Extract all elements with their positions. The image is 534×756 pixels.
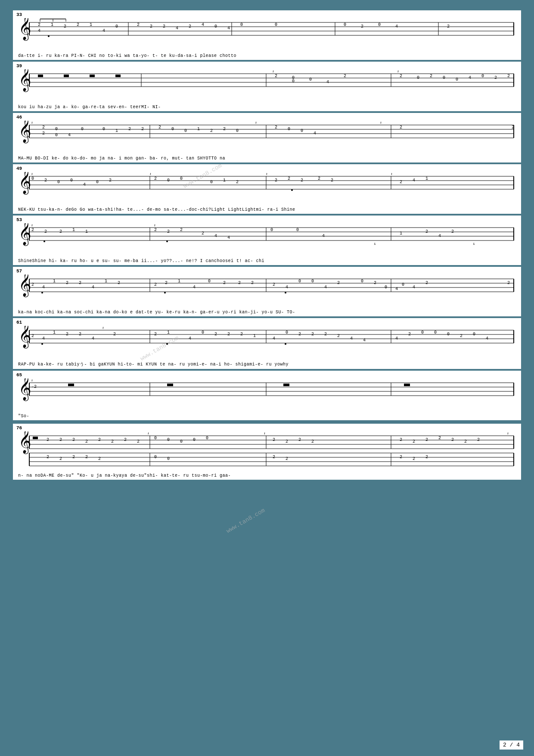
svg-text:2: 2 (236, 180, 239, 184)
svg-text:2: 2 (113, 332, 116, 337)
svg-text:2: 2 (47, 437, 49, 442)
svg-text:2: 2 (298, 332, 301, 337)
svg-text:2: 2 (158, 125, 161, 130)
svg-text:4: 4 (363, 338, 366, 343)
svg-text:2: 2 (413, 456, 415, 461)
svg-text:0: 0 (167, 178, 170, 183)
measure-number-76: 76 (16, 425, 518, 431)
svg-point-173 (166, 241, 168, 242)
svg-rect-50 (64, 75, 69, 77)
svg-text:1: 1 (167, 330, 170, 335)
svg-text:4: 4 (438, 234, 441, 238)
svg-text:0: 0 (70, 178, 73, 183)
measure-number-61: 61 (16, 320, 518, 325)
svg-text:2: 2 (154, 332, 157, 337)
svg-text:4: 4 (102, 28, 105, 33)
svg-text:0: 0 (344, 22, 346, 27)
svg-rect-279 (404, 384, 410, 386)
section-57: 57 𝄞 2 4 1 2 2 4 1 2 (13, 267, 521, 316)
svg-text:2: 2 (44, 229, 47, 234)
section-46: 46 𝄞 𝄽 2 0 2 0 4 0 (13, 113, 521, 162)
svg-rect-51 (90, 75, 95, 77)
svg-text:0: 0 (270, 228, 273, 232)
svg-text:1: 1 (178, 279, 180, 284)
svg-text:2: 2 (59, 229, 62, 234)
svg-text:2: 2 (451, 437, 454, 442)
svg-text:2: 2 (227, 332, 230, 337)
svg-text:4: 4 (324, 285, 327, 290)
svg-text:0: 0 (102, 127, 105, 131)
svg-text:𝄽: 𝄽 (507, 432, 509, 435)
svg-text:2: 2 (66, 332, 68, 337)
svg-text:2: 2 (111, 439, 114, 444)
svg-text:0: 0 (456, 77, 458, 82)
svg-text:0: 0 (180, 176, 183, 181)
svg-text:2: 2 (430, 74, 432, 78)
lyrics-33: da-tte i- ru ka-ra PI-N- CHI no to-ki wa… (16, 53, 518, 58)
svg-text:4: 4 (286, 285, 288, 290)
svg-text:0: 0 (184, 128, 187, 133)
svg-text:0: 0 (434, 330, 437, 335)
svg-text:2: 2 (273, 437, 275, 442)
svg-text:i: i (473, 242, 475, 246)
svg-text:2: 2 (240, 332, 243, 337)
lyrics-53: ShineShine hi- ka- ru ho- u e su- su- me… (16, 259, 518, 263)
svg-text:0: 0 (193, 437, 196, 442)
svg-text:0: 0 (81, 127, 84, 131)
lyrics-46: MA-MU BO-DI ke- do ko-do- mo ja na- i mo… (16, 156, 518, 161)
svg-text:0: 0 (481, 74, 484, 78)
svg-text:0: 0 (202, 330, 204, 335)
svg-text:2: 2 (408, 332, 411, 337)
svg-text:2: 2 (477, 437, 480, 442)
svg-text:1: 1 (53, 279, 56, 284)
svg-text:0: 0 (298, 279, 301, 284)
measure-number-39: 39 (16, 63, 518, 69)
tab-staff-61: 𝄞 2 4 1 2 2 4 𝄽 2 2 1 4 0 (16, 326, 518, 360)
svg-text:2: 2 (189, 24, 191, 29)
svg-text:i: i (374, 242, 376, 246)
svg-text:4: 4 (395, 336, 398, 341)
svg-text:2: 2 (238, 281, 241, 285)
svg-text:2: 2 (460, 334, 463, 338)
svg-point-218 (285, 292, 286, 294)
svg-text:0: 0 (96, 180, 99, 184)
svg-text:2: 2 (413, 439, 415, 444)
svg-text:0: 0 (301, 128, 303, 133)
tab-staff-65: 𝄞 -2 𝄽 (16, 378, 518, 413)
tab-staff-39: 𝄞 2 0 0 0 4 2 2 0 2 (16, 69, 518, 104)
svg-point-34 (48, 35, 50, 37)
svg-text:0: 0 (167, 456, 170, 461)
svg-text:2: 2 (210, 128, 213, 133)
svg-text:0: 0 (171, 127, 174, 131)
svg-text:0: 0 (240, 22, 243, 27)
svg-text:4: 4 (68, 133, 71, 137)
svg-text:0: 0 (443, 75, 445, 80)
lyrics-39: kou iu ha-zu ja a- ko- ga-re-ta sev-en- … (16, 105, 518, 109)
tab-staff-53: 𝄞 2 𝄽 2 2 1 1 2 𝄽 2 2 2 4 4 (16, 223, 518, 258)
svg-text:1: 1 (53, 330, 56, 335)
svg-text:2: 2 (163, 24, 165, 29)
svg-text:2: 2 (154, 176, 157, 181)
svg-point-216 (41, 292, 43, 294)
svg-text:2: 2 (79, 332, 81, 337)
svg-text:0: 0 (309, 77, 312, 82)
svg-text:2: 2 (400, 455, 402, 459)
watermark3: www.tan8.com (225, 507, 266, 534)
svg-text:1: 1 (253, 334, 256, 338)
section-49: 49 𝄞 0 𝄽 2 0 0 4 0 2 (13, 164, 521, 214)
svg-text:1: 1 (223, 178, 226, 183)
svg-text:𝄽: 𝄽 (31, 173, 33, 175)
svg-text:2: 2 (31, 282, 34, 287)
svg-text:4: 4 (314, 131, 316, 136)
svg-text:2: 2 (85, 439, 88, 444)
svg-text:2: 2 (85, 455, 88, 459)
svg-text:-2: -2 (31, 384, 37, 389)
svg-text:0: 0 (286, 330, 288, 335)
svg-text:2: 2 (324, 332, 327, 337)
svg-text:2: 2 (447, 24, 450, 29)
svg-text:𝄽: 𝄽 (150, 173, 151, 175)
svg-text:𝄽: 𝄽 (102, 327, 104, 329)
svg-text:4: 4 (42, 285, 45, 290)
section-39: 39 𝄞 2 0 0 0 (13, 62, 521, 111)
svg-text:4: 4 (193, 285, 196, 290)
